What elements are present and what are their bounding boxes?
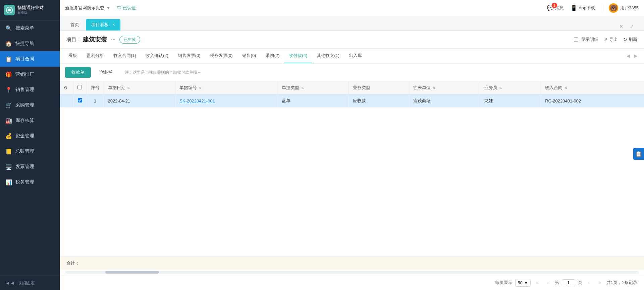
sidebar-item-sales[interactable]: 📍 销售管理 [0,82,60,97]
tab-project-board[interactable]: 项目看板 ✕ [86,19,120,30]
secondary-tab-receipt[interactable]: 收款单 [65,67,91,78]
td-partner: 宏茂商场 [409,94,480,107]
th-code[interactable]: 单据编号 ⇅ [175,81,278,94]
project-more-icon[interactable]: ··· [111,37,115,43]
shield-icon: 🛡 [117,5,121,10]
close-button[interactable]: ✕ [617,22,625,30]
sidebar-item-quicknav[interactable]: 🏠 快捷导航 [0,36,60,51]
sidebar-item-finance[interactable]: 💰 资金管理 [0,128,60,144]
app-download-button[interactable]: 📱 App下载 [571,5,595,11]
per-page-select[interactable]: 50 ▼ [515,279,530,287]
sidebar-nav: 🔍 搜索菜单 🏠 快捷导航 📋 项目合同 🎁 营销推广 📍 销售管理 🛒 采购管… [0,20,60,276]
subtab-profit[interactable]: 盈利分析 [82,49,109,63]
project-name: 建筑安装 [83,35,107,44]
message-badge: 1 [552,3,557,8]
td-code[interactable]: SK-20220421-001 [175,94,278,107]
th-salesperson[interactable]: 业务员 ⇅ [480,81,541,94]
th-income-contract[interactable]: 收入合同 ⇅ [541,81,644,94]
sidebar-item-label: 营销推广 [15,71,34,77]
money-icon: 💰 [5,133,12,139]
table-row[interactable]: 1 2022-04-21 SK-20220421-001 蓝单 应收款 宏茂商场… [60,94,644,107]
refresh-icon: ↻ [623,37,627,42]
refresh-button[interactable]: ↻ 刷新 [623,37,637,43]
page-input[interactable] [562,279,575,286]
secondary-tab-payment[interactable]: 付款单 [94,67,119,78]
sidebar-item-project[interactable]: 📋 项目合同 [0,51,60,67]
scrollbar-thumb[interactable] [105,271,159,274]
subtab-tax-invoice[interactable]: 税务发票(0) [205,49,237,63]
sort-type-icon: ⇅ [301,86,304,90]
subtab-prev-icon[interactable]: ◄ [625,53,631,60]
subtab-sales[interactable]: 销售(0) [237,49,261,63]
prev-page-button[interactable]: ‹ [544,279,552,287]
pagination: 每页显示 50 ▼ « ‹ 第 页 › » 共1页，1条记录 [60,275,644,290]
last-page-button[interactable]: » [596,279,604,287]
td-checkbox[interactable] [73,94,87,107]
project-header: 项目： 建筑安装 ··· 已生效 显示明细 ↗ 导出 ↻ 刷新 [60,31,644,49]
floating-right-panel[interactable]: 📋 [633,148,644,160]
cart-icon: 🛒 [5,102,12,108]
sidebar-item-purchase[interactable]: 🛒 采购管理 [0,97,60,113]
sidebar-item-invoice[interactable]: 🖥️ 发票管理 [0,159,60,174]
total-label: 合计： [66,261,79,266]
username: 用户3355 [620,5,639,11]
export-button[interactable]: ↗ 导出 [604,37,618,43]
row-checkbox[interactable] [78,98,82,102]
subtab-kanban[interactable]: 看板 [64,49,82,63]
subtab-inout[interactable]: 出入库 [344,49,367,63]
sidebar-item-search[interactable]: 🔍 搜索菜单 [0,20,60,36]
sidebar-item-marketing[interactable]: 🎁 营销推广 [0,67,60,82]
sidebar-item-ledger[interactable]: 📒 总账管理 [0,144,60,159]
horizontal-scrollbar[interactable] [65,271,639,274]
th-biz-type: 业务类型 [349,81,409,94]
show-detail-checkbox[interactable] [574,38,578,42]
content: 项目： 建筑安装 ··· 已生效 显示明细 ↗ 导出 ↻ 刷新 [60,31,644,290]
th-partner[interactable]: 往来单位 ⇅ [409,81,480,94]
sidebar-item-label: 快捷导航 [15,41,34,47]
user-menu[interactable]: 🐻 用户3355 [609,3,639,13]
topbar-certified: 🛡 已认证 [117,5,136,11]
message-button[interactable]: 💬 消息 1 [547,5,564,11]
subtab-income-contract[interactable]: 收入合同(1) [109,49,141,63]
subtab-purchase[interactable]: 采购(2) [261,49,284,63]
user-avatar: 🐻 [609,3,618,13]
subtab-other-expense[interactable]: 其他收支(1) [312,49,344,63]
topbar-dropdown-icon[interactable]: ▼ [106,6,110,10]
show-detail-button[interactable]: 显示明细 [574,37,598,43]
sidebar-item-label: 库存核算 [15,118,34,124]
subtabs: 看板 盈利分析 收入合同(1) 收入确认(2) 销售发票(0) 税务发票(0) … [60,49,644,64]
page-label: 第 [555,280,559,286]
ledger-icon: 📒 [5,148,12,155]
th-settings[interactable]: ⚙ [60,81,73,94]
next-page-button[interactable]: › [585,279,593,287]
subtab-next-icon[interactable]: ► [633,53,639,60]
select-all-checkbox[interactable] [77,85,82,89]
td-settings [60,94,73,107]
subtab-income-confirm[interactable]: 收入确认(2) [141,49,173,63]
invoice-icon: 🖥️ [5,163,12,170]
pin-icon: 📍 [5,86,12,93]
tab-home[interactable]: 首页 [65,19,85,30]
table-container: ⚙ 序号 单据日期 ⇅ 单据编号 ⇅ 单据类型 ⇅ 业务类型 往来单位 ⇅ 业务… [60,81,644,257]
th-date[interactable]: 单据日期 ⇅ [104,81,175,94]
maximize-button[interactable]: ⤢ [628,22,636,30]
td-date: 2022-04-21 [104,94,175,107]
export-icon: ↗ [604,37,608,42]
th-type[interactable]: 单据类型 ⇅ [278,81,349,94]
sidebar-unpin-button[interactable]: ◄◄ 取消固定 [0,276,60,290]
subtab-receipt[interactable]: 收付款(4) [284,49,312,63]
data-table: ⚙ 序号 单据日期 ⇅ 单据编号 ⇅ 单据类型 ⇅ 业务类型 往来单位 ⇅ 业务… [60,81,644,107]
sidebar-item-inventory[interactable]: 🏭 库存核算 [0,113,60,128]
tabbar: 首页 项目看板 ✕ ✕ ⤢ [60,16,644,31]
page-unit: 页 [578,280,582,286]
window-controls: ✕ ⤢ [614,22,639,30]
document-link[interactable]: SK-20220421-001 [179,98,215,103]
td-type: 蓝单 [278,94,349,107]
first-page-button[interactable]: « [533,279,541,287]
home-icon: 🏠 [5,40,12,47]
tab-close-icon[interactable]: ✕ [112,23,115,27]
sidebar-item-tax[interactable]: 📊 税务管理 [0,174,60,190]
phone-icon: 📱 [571,5,577,11]
subtab-sales-invoice[interactable]: 销售发票(0) [173,49,205,63]
th-checkbox[interactable] [73,81,87,94]
